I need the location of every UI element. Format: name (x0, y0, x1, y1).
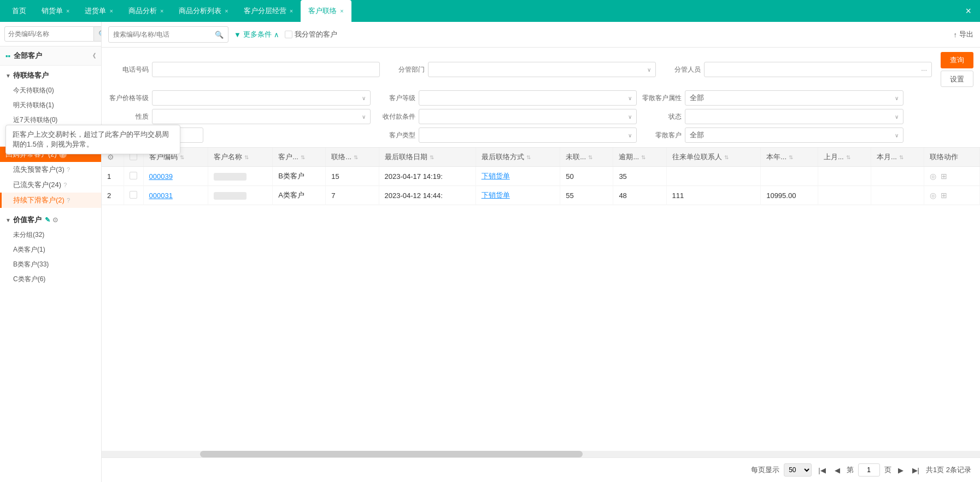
more-conditions-button[interactable]: ▼ 更多条件 ∧ (234, 30, 279, 39)
main-search-icon[interactable]: 🔍 (215, 31, 224, 39)
sort-overdue-icon[interactable]: ⇅ (641, 154, 645, 160)
sidebar-item-c-class[interactable]: C类客户(6) (0, 272, 101, 287)
sidebar-item-ungrouped[interactable]: 未分组(32) (0, 228, 101, 242)
sidebar-item-today[interactable]: 今天待联络(0) (0, 83, 101, 98)
sort-name-icon[interactable]: ⇅ (244, 154, 249, 160)
phone-input[interactable] (152, 62, 380, 77)
filter-bar-top: 🔍 ▼ 更多条件 ∧ 我分管的客户 ↑ 导出 (102, 22, 980, 48)
horizontal-scrollbar[interactable] (102, 451, 980, 457)
query-button[interactable]: 查询 (941, 52, 973, 68)
row1-contact-icon[interactable]: ◎ (930, 172, 936, 181)
person-select[interactable]: ··· (704, 62, 932, 77)
sidebar-item-loss-warning[interactable]: 流失预警客户(3) ? (0, 162, 101, 177)
scrollbar-thumb[interactable] (200, 451, 583, 457)
close-customer-contact-icon[interactable]: × (340, 8, 343, 14)
dept-select[interactable]: ∨ (428, 62, 656, 77)
my-customers-checkbox[interactable] (285, 31, 292, 38)
group-value-title[interactable]: ▼ 价值客户 ✎ ⊙ (0, 212, 101, 228)
close-all-tabs-button[interactable]: × (961, 5, 976, 17)
row2-select-checkbox[interactable] (130, 191, 137, 199)
group-repurchase-abnormal: 回购异常客户(2) ? 流失预警客户(3) ? 已流失客户(24) ? 持续下滑… (0, 144, 101, 210)
sort-last-date-icon[interactable]: ⇅ (430, 154, 434, 160)
row1-this-year (761, 167, 818, 186)
filter-customer-grade: 客户等级 ∨ (375, 90, 637, 106)
sidebar-search-input[interactable] (4, 26, 94, 42)
sidebar-item-a-class[interactable]: A类客户(1) (0, 242, 101, 257)
row1-code[interactable]: 000039 (143, 167, 208, 186)
customer-grade-select[interactable]: ∨ (419, 90, 637, 106)
payment-select[interactable]: ∨ (419, 109, 637, 124)
group-pending-title[interactable]: ▼ 待联络客户 (0, 68, 101, 83)
sort-this-month-icon[interactable]: ⇅ (899, 154, 903, 160)
nav-sales[interactable]: 销货单 × (34, 0, 77, 22)
main-layout: 🔍 ▪▪ 全部客户 《 ▼ 待联络客户 今天待联络(0) 明天待联络(1) 近7… (0, 22, 980, 482)
export-button[interactable]: ↑ 导出 (954, 30, 974, 39)
row1-last-method[interactable]: 下销货单 (476, 167, 560, 186)
group-value-customers: ▼ 价值客户 ✎ ⊙ 未分组(32) A类客户(1) B类客户(33) C类客户… (0, 210, 101, 289)
filter-actions: 查询 设置 (936, 52, 973, 87)
nav-purchase[interactable]: 进货单 × (77, 0, 120, 22)
nav-customer-tier[interactable]: 客户分层经营 × (236, 0, 301, 22)
main-search-input[interactable] (113, 31, 215, 38)
close-analysis-list-icon[interactable]: × (225, 8, 228, 14)
chevron-down-icon-5: ∨ (362, 114, 366, 120)
page-number-input[interactable] (858, 463, 880, 477)
close-sales-icon[interactable]: × (66, 8, 69, 14)
row1-more-icon[interactable]: ⊞ (941, 172, 947, 181)
sidebar-item-lost[interactable]: 已流失客户(24) ? (0, 177, 101, 193)
sidebar-item-tomorrow[interactable]: 明天待联络(1) (0, 98, 101, 113)
row2-last-date: 2023-04-12 14:44: (379, 186, 476, 205)
next-page-button[interactable]: ▶ (896, 465, 906, 475)
pagination-bar: 每页显示 50 20 100 |◀ ◀ 第 页 ▶ ▶| 共1页 2条记录 (102, 457, 980, 482)
row1-num: 1 (102, 167, 124, 186)
settings-groups-icon[interactable]: ⊙ (52, 216, 58, 224)
sort-this-year-icon[interactable]: ⇅ (789, 154, 793, 160)
close-purchase-icon[interactable]: × (109, 8, 113, 14)
row2-contact-person: 111 (666, 186, 761, 205)
row2-name (208, 186, 272, 205)
chevron-down-icon-9: ∨ (895, 132, 899, 138)
row2-last-method[interactable]: 下销货单 (476, 186, 560, 205)
retail-attr-select[interactable]: 全部 ∨ (685, 90, 903, 106)
sidebar-search-button[interactable]: 🔍 (94, 26, 102, 42)
sidebar-item-b-class[interactable]: B类客户(33) (0, 257, 101, 272)
export-icon: ↑ (954, 31, 958, 39)
sort-uncontact-icon[interactable]: ⇅ (588, 154, 592, 160)
nav-customer-contact[interactable]: 客户联络 × (301, 0, 351, 22)
settings-button[interactable]: 设置 (941, 71, 973, 87)
row2-contact-icon[interactable]: ◎ (930, 191, 936, 200)
all-customers-header[interactable]: ▪▪ 全部客户 《 (0, 47, 101, 66)
last-page-button[interactable]: ▶| (910, 465, 922, 475)
nature-select[interactable]: ∨ (152, 109, 371, 124)
per-page-select[interactable]: 50 20 100 (784, 463, 812, 477)
sort-type-icon[interactable]: ⇅ (301, 154, 305, 160)
sort-last-method-icon[interactable]: ⇅ (526, 154, 531, 160)
abnormal-tooltip: 距客户上次交易时长，超过了此客户的平均交易周期的1.5倍，则视为异常。 (5, 125, 180, 154)
tooltip-text: 距客户上次交易时长，超过了此客户的平均交易周期的1.5倍，则视为异常。 (13, 130, 169, 148)
sort-contact-person-icon[interactable]: ⇅ (724, 154, 729, 160)
retail-customer-select[interactable]: 全部 ∨ (685, 127, 903, 143)
row1-select-checkbox[interactable] (130, 172, 137, 179)
nav-analysis[interactable]: 商品分析 × (121, 0, 171, 22)
customer-type-select[interactable]: ∨ (419, 127, 637, 143)
sort-last-month-icon[interactable]: ⇅ (846, 154, 850, 160)
search-bar: 🔍 (108, 26, 228, 43)
edit-groups-icon[interactable]: ✎ (45, 216, 50, 224)
nav-analysis-list[interactable]: 商品分析列表 × (171, 0, 236, 22)
sort-contact-icon[interactable]: ⇅ (354, 154, 358, 160)
close-analysis-icon[interactable]: × (160, 8, 163, 14)
status-select[interactable]: ∨ (685, 109, 903, 124)
sidebar-item-declining[interactable]: 持续下滑客户(2) ? (0, 193, 101, 208)
sort-code-icon[interactable]: ⇅ (180, 154, 184, 160)
filter-phone: 电话号码 (108, 62, 380, 77)
price-grade-select[interactable]: ∨ (152, 90, 371, 106)
close-customer-tier-icon[interactable]: × (290, 8, 293, 14)
prev-page-button[interactable]: ◀ (832, 465, 842, 475)
row2-more-icon[interactable]: ⊞ (941, 191, 947, 200)
filter-grid: 电话号码 分管部门 ∨ 分管人员 ··· (102, 48, 980, 148)
row2-code[interactable]: 000031 (143, 186, 208, 205)
sidebar-collapse-icon[interactable]: 《 (90, 52, 96, 60)
nav-home[interactable]: 首页 (4, 0, 34, 22)
first-page-button[interactable]: |◀ (816, 465, 828, 475)
row2-last-month (818, 186, 871, 205)
